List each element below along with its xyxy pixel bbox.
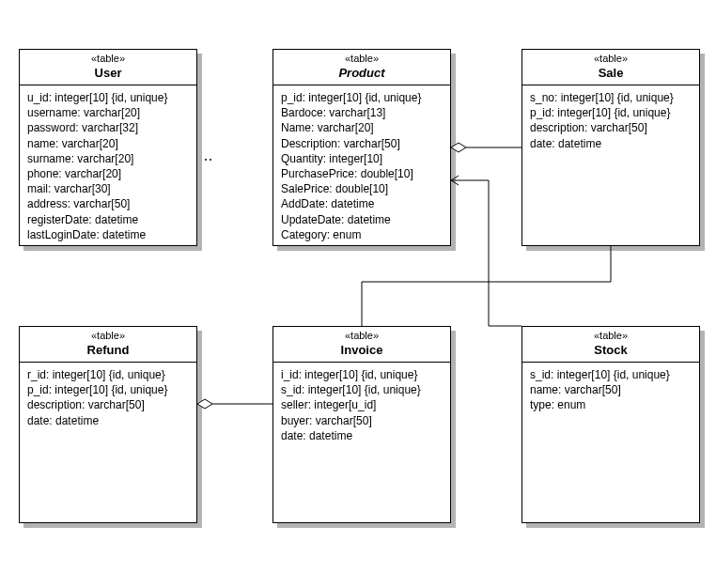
attribute-list: i_id: integer[10] {id, unique}s_id: inte… <box>273 363 450 522</box>
class-name: Invoice <box>279 343 444 358</box>
attribute-row: p_id: integer[10] {id, unique} <box>530 105 692 120</box>
attribute-row: description: varchar[50] <box>27 397 189 412</box>
attribute-row: username: varchar[20] <box>27 105 189 120</box>
entity-header: «table»Stock <box>522 327 699 363</box>
attribute-row: password: varchar[32] <box>27 120 189 135</box>
entity-header: «table»Sale <box>522 50 699 85</box>
attribute-list: u_id: integer[10] {id, unique}username: … <box>20 85 196 245</box>
attribute-row: date: datetime <box>281 428 443 443</box>
stereotype-label: «table» <box>25 330 191 343</box>
attribute-list: p_id: integer[10] {id, unique}Bardoce: v… <box>273 85 450 245</box>
attribute-row: buyer: varchar[50] <box>281 413 443 428</box>
attribute-row: Name: varchar[20] <box>281 120 443 135</box>
attribute-row: mail: varchar[30] <box>27 181 189 196</box>
entity-header: «table»Invoice <box>273 327 450 363</box>
attribute-row: Category: enum <box>281 227 443 242</box>
attribute-list: r_id: integer[10] {id, unique}p_id: inte… <box>20 363 196 522</box>
class-name: Sale <box>528 66 693 81</box>
entity-header: «table»Refund <box>20 327 196 363</box>
attribute-row: PurchasePrice: double[10] <box>281 166 443 181</box>
attribute-row: type: enum <box>530 397 692 412</box>
attribute-list: s_id: integer[10] {id, unique}name: varc… <box>522 363 699 522</box>
diagram-canvas: «table»Useru_id: integer[10] {id, unique… <box>0 0 716 588</box>
attribute-row: p_id: integer[10] {id, unique} <box>27 382 189 397</box>
svg-point-2 <box>205 159 207 161</box>
attribute-row: name: varchar[50] <box>530 382 692 397</box>
entity-header: «table»User <box>20 50 196 85</box>
stereotype-label: «table» <box>528 53 693 66</box>
attribute-list: s_no: integer[10] {id, unique}p_id: inte… <box>522 85 699 245</box>
entity-sale: «table»Sales_no: integer[10] {id, unique… <box>521 49 700 246</box>
attribute-row: lastLoginDate: datetime <box>27 227 189 242</box>
entity-invoice: «table»Invoicei_id: integer[10] {id, uni… <box>272 326 451 523</box>
attribute-row: name: varchar[20] <box>27 136 189 151</box>
attribute-row: s_no: integer[10] {id, unique} <box>530 90 692 105</box>
attribute-row: date: datetime <box>530 136 692 151</box>
entity-refund: «table»Refundr_id: integer[10] {id, uniq… <box>19 326 197 523</box>
stereotype-label: «table» <box>25 53 191 66</box>
entity-header: «table»Product <box>273 50 450 85</box>
attribute-row: AddDate: datetime <box>281 196 443 211</box>
attribute-row: p_id: integer[10] {id, unique} <box>281 90 443 105</box>
attribute-row: phone: varchar[20] <box>27 166 189 181</box>
class-name: User <box>25 66 191 81</box>
attribute-row: surname: varchar[20] <box>27 151 189 166</box>
attribute-row: seller: integer[u_id] <box>281 397 443 412</box>
svg-point-3 <box>210 159 211 161</box>
attribute-row: s_id: integer[10] {id, unique} <box>281 382 443 397</box>
attribute-row: r_id: integer[10] {id, unique} <box>27 367 189 382</box>
attribute-row: date: datetime <box>27 413 189 428</box>
stereotype-label: «table» <box>528 330 693 343</box>
attribute-row: s_id: integer[10] {id, unique} <box>530 367 692 382</box>
attribute-row: Description: varchar[50] <box>281 136 443 151</box>
attribute-row: address: varchar[50] <box>27 196 189 211</box>
class-name: Product <box>279 66 444 81</box>
entity-user: «table»Useru_id: integer[10] {id, unique… <box>19 49 197 246</box>
stereotype-label: «table» <box>279 53 444 66</box>
attribute-row: registerDate: datetime <box>27 212 189 227</box>
attribute-row: authorityLevel: tinyint[1] <box>27 242 189 245</box>
attribute-row: Quantity: integer[10] <box>281 151 443 166</box>
attribute-row: UpdateDate: datetime <box>281 212 443 227</box>
attribute-row: Bardoce: varchar[13] <box>281 105 443 120</box>
stereotype-label: «table» <box>279 330 444 343</box>
attribute-row: SalePrice: double[10] <box>281 181 443 196</box>
class-name: Stock <box>528 343 693 358</box>
class-name: Refund <box>25 343 191 358</box>
entity-stock: «table»Stocks_id: integer[10] {id, uniqu… <box>521 326 700 523</box>
attribute-row: description: varchar[50] <box>530 120 692 135</box>
attribute-row: StockID: integer[10] <box>281 242 443 245</box>
attribute-row: u_id: integer[10] {id, unique} <box>27 90 189 105</box>
entity-product: «table»Productp_id: integer[10] {id, uni… <box>272 49 451 246</box>
attribute-row: i_id: integer[10] {id, unique} <box>281 367 443 382</box>
